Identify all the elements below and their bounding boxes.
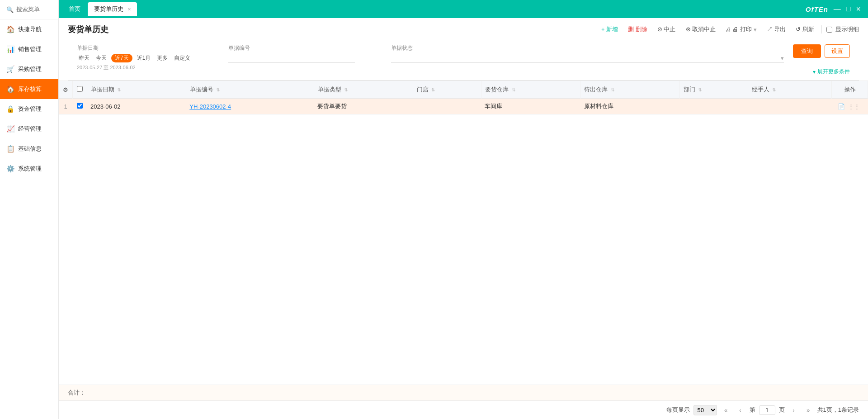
sidebar-item-quick-nav[interactable]: 🏠 快捷导航 xyxy=(0,19,58,39)
maximize-btn[interactable]: □ xyxy=(846,5,851,13)
tab-requisition-history[interactable]: 要货单历史 × xyxy=(88,2,137,16)
main-area: 首页 要货单历史 × OfTEn — □ × 要货单历史 + 新增 删 删除 ⊘… xyxy=(59,0,868,419)
next-page-btn[interactable]: › xyxy=(788,405,799,415)
row-edit-icon[interactable]: 📄 xyxy=(838,103,845,110)
sidebar-item-label: 经营管理 xyxy=(18,125,42,133)
display-cell-button[interactable]: 显示明细 xyxy=(826,25,859,33)
cell-store xyxy=(413,99,481,114)
row-select-checkbox[interactable] xyxy=(77,103,83,109)
add-button[interactable]: + 新增 xyxy=(599,24,621,35)
tab-home[interactable]: 首页 xyxy=(62,2,87,16)
filter-billno-group: 单据编号 xyxy=(228,44,355,63)
sort-icon-date: ⇅ xyxy=(117,87,121,92)
display-cell-checkbox[interactable] xyxy=(826,27,832,33)
sort-icon-store: ⇅ xyxy=(431,87,435,92)
cell-handler xyxy=(748,99,831,114)
th-date[interactable]: 单据日期 ⇅ xyxy=(87,81,186,99)
sidebar-item-inventory[interactable]: 🏠 库存核算 xyxy=(0,79,58,99)
sidebar-item-basic-info[interactable]: 📋 基础信息 xyxy=(0,139,58,159)
page-size-select[interactable]: 50 20 100 200 xyxy=(693,405,717,415)
filter-date-range: 2023-05-27 至 2023-06-02 xyxy=(77,64,192,71)
date-tag-more[interactable]: 更多 xyxy=(155,54,170,62)
stop-button[interactable]: ⊘ 中止 xyxy=(655,24,679,35)
sort-icon-pendingwarehouse: ⇅ xyxy=(611,87,614,92)
th-operation: 操作 xyxy=(832,81,868,99)
operations-icon: 📈 xyxy=(6,125,14,133)
delete-button[interactable]: 删 删除 xyxy=(625,24,650,35)
sidebar-item-label: 库存核算 xyxy=(18,85,42,93)
date-tag-1month[interactable]: 近1月 xyxy=(135,54,153,62)
th-bill-type[interactable]: 单据类型 ⇅ xyxy=(314,81,413,99)
first-page-btn[interactable]: « xyxy=(721,405,731,415)
cell-operation: 📄 ⋮⋮ xyxy=(832,99,868,114)
top-bar-right: OfTEn — □ × xyxy=(806,5,864,14)
minimize-btn[interactable]: — xyxy=(834,5,841,13)
table-header-row: ⚙ 单据日期 ⇅ 单据编号 ⇅ 单据类型 xyxy=(59,81,868,99)
expand-more-button[interactable]: ▾ 展开更多条件 xyxy=(813,68,850,76)
export-button[interactable]: ↗ 导出 xyxy=(764,24,789,35)
settings-button[interactable]: 设置 xyxy=(825,44,850,58)
chart-icon: 📊 xyxy=(6,45,14,53)
sort-icon-reqwarehouse: ⇅ xyxy=(512,87,515,92)
bill-no-link[interactable]: YH-20230602-4 xyxy=(189,103,231,110)
sidebar-item-operations[interactable]: 📈 经营管理 xyxy=(0,119,58,139)
brand-text: OfTEn xyxy=(806,5,828,13)
select-all-checkbox[interactable] xyxy=(77,86,83,92)
tab-requisition-label: 要货单历史 xyxy=(94,5,123,13)
th-settings[interactable]: ⚙ xyxy=(59,81,72,99)
page-number-input[interactable] xyxy=(759,405,775,415)
cancel-stop-button[interactable]: ⊗ 取消中止 xyxy=(683,24,719,35)
sidebar-search[interactable]: 🔍 搜索菜单 xyxy=(0,0,58,19)
sidebar-item-label: 采购管理 xyxy=(18,65,42,73)
table-wrap: ⚙ 单据日期 ⇅ 单据编号 ⇅ 单据类型 xyxy=(59,81,868,385)
last-page-btn[interactable]: » xyxy=(803,405,814,415)
sidebar-item-label: 资金管理 xyxy=(18,105,42,113)
row-checkbox xyxy=(72,99,87,114)
select-dropdown-icon: ▾ xyxy=(781,55,784,62)
filter-billno-input[interactable] xyxy=(228,54,355,63)
th-req-warehouse[interactable]: 要货仓库 ⇅ xyxy=(481,81,580,99)
row-more-icon[interactable]: ⋮⋮ xyxy=(848,103,860,110)
sidebar-item-label: 快捷导航 xyxy=(18,25,42,33)
print-icon: 🖨 xyxy=(726,26,731,33)
prev-page-btn[interactable]: ‹ xyxy=(735,405,746,415)
print-dropdown-icon[interactable]: ▾ xyxy=(754,26,757,33)
sidebar-item-sales[interactable]: 📊 销售管理 xyxy=(0,39,58,59)
cart-icon: 🛒 xyxy=(6,65,14,73)
filter-status-wrap: 已审核 未审核 中止 ▾ xyxy=(391,54,784,63)
query-button[interactable]: 查询 xyxy=(793,44,821,58)
th-department[interactable]: 部门 ⇅ xyxy=(679,81,748,99)
cell-pending-warehouse: 原材料仓库 xyxy=(580,99,679,114)
filter-status-select[interactable]: 已审核 未审核 中止 xyxy=(391,54,781,62)
tab-close-icon[interactable]: × xyxy=(128,6,131,12)
date-tag-custom[interactable]: 自定义 xyxy=(172,54,192,62)
content: 要货单历史 + 新增 删 删除 ⊘ 中止 ⊗ 取消中止 🖨 🖨 打印 ▾ ↗ 导… xyxy=(59,18,868,419)
page-label: 页 xyxy=(779,406,785,414)
sidebar-item-finance[interactable]: 🔒 资金管理 xyxy=(0,99,58,119)
date-tag-7days[interactable]: 近7天 xyxy=(111,54,132,62)
sidebar-item-purchase[interactable]: 🛒 采购管理 xyxy=(0,59,58,79)
print-button[interactable]: 🖨 🖨 打印 ▾ xyxy=(723,24,760,35)
date-tag-today[interactable]: 今天 xyxy=(94,54,108,62)
doc-icon: 📋 xyxy=(6,145,14,153)
toolbar: + 新增 删 删除 ⊘ 中止 ⊗ 取消中止 🖨 🖨 打印 ▾ ↗ 导出 ↺ 刷新… xyxy=(599,24,859,35)
close-window-btn[interactable]: × xyxy=(856,5,861,14)
page-header: 要货单历史 + 新增 删 删除 ⊘ 中止 ⊗ 取消中止 🖨 🖨 打印 ▾ ↗ 导… xyxy=(59,18,868,81)
sort-icon-dept: ⇅ xyxy=(698,87,702,92)
filter-billno-wrap xyxy=(228,54,355,63)
date-tag-yesterday[interactable]: 昨天 xyxy=(77,54,91,62)
refresh-button[interactable]: ↺ 刷新 xyxy=(793,24,817,35)
filter-date-tags: 昨天 今天 近7天 近1月 更多 自定义 xyxy=(77,54,192,62)
th-handler[interactable]: 经手人 ⇅ xyxy=(748,81,831,99)
filter-status-label: 单据状态 xyxy=(391,44,784,52)
sidebar-search-label: 搜索菜单 xyxy=(16,5,40,14)
th-pending-warehouse[interactable]: 待出仓库 ⇅ xyxy=(580,81,679,99)
th-bill-no[interactable]: 单据编号 ⇅ xyxy=(186,81,314,99)
sidebar: 🔍 搜索菜单 🏠 快捷导航 📊 销售管理 🛒 采购管理 🏠 库存核算 🔒 资金管… xyxy=(0,0,59,419)
sidebar-item-system[interactable]: ⚙️ 系统管理 xyxy=(0,159,58,179)
table-footer: 合计： xyxy=(59,385,868,400)
th-store[interactable]: 门店 ⇅ xyxy=(413,81,481,99)
top-bar: 首页 要货单历史 × OfTEn — □ × xyxy=(59,0,868,18)
cell-bill-no: YH-20230602-4 xyxy=(186,99,314,114)
total-info: 共1页，1条记录 xyxy=(817,406,859,414)
